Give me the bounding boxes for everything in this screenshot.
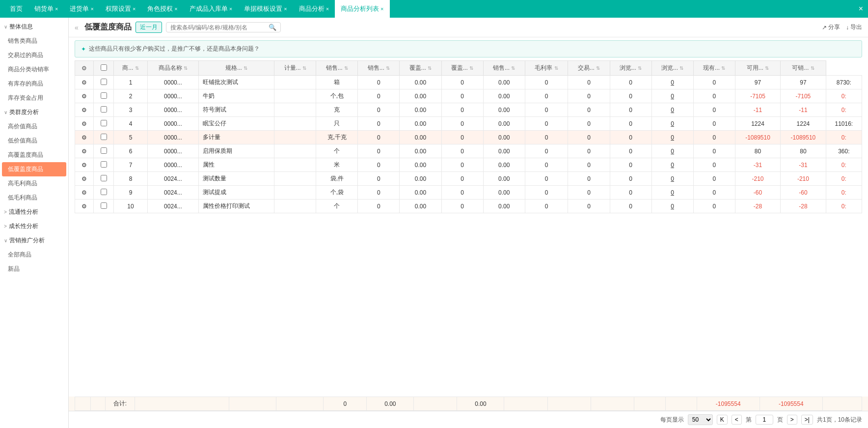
row-settings[interactable]: ⚙ xyxy=(75,76,94,89)
row-view1[interactable]: 0 xyxy=(651,103,693,117)
row-settings[interactable]: ⚙ xyxy=(75,200,94,213)
col-cover2: 覆盖... ⇅ xyxy=(441,61,483,76)
row-cover2: 0.00 xyxy=(483,76,525,89)
row-checkbox[interactable] xyxy=(94,186,114,200)
nav-close-purchase-order[interactable]: × xyxy=(90,6,93,12)
nav-close-sales-order[interactable]: × xyxy=(55,6,58,12)
sidebar-item-in-stock[interactable]: 有库存的商品 xyxy=(0,77,68,91)
row-view1[interactable]: 0 xyxy=(651,144,693,158)
nav-permission[interactable]: 权限设置 × xyxy=(100,0,141,18)
sidebar-item-new-goods[interactable]: 新品 xyxy=(0,262,68,276)
nav-purchase-order[interactable]: 进货单 × xyxy=(64,0,99,18)
row-view1[interactable]: 0 xyxy=(651,117,693,131)
row-view2: 0 xyxy=(693,172,735,186)
row-settings[interactable]: ⚙ xyxy=(75,103,94,117)
prev-page-btn[interactable]: < xyxy=(732,415,742,425)
sidebar-item-sales-goods[interactable]: 销售类商品 xyxy=(0,34,68,48)
row-checkbox[interactable] xyxy=(94,144,114,158)
row-trade: 0 xyxy=(610,144,651,158)
row-settings[interactable]: ⚙ xyxy=(75,89,94,103)
sidebar-item-high-coverage[interactable]: 高覆盖度商品 xyxy=(0,148,68,162)
nav-close-template-settings[interactable]: × xyxy=(284,6,287,12)
sidebar-group-flow[interactable]: > 流通性分析 xyxy=(0,205,68,219)
nav-close-product-stock[interactable]: × xyxy=(229,6,232,12)
nav-close-permission[interactable]: × xyxy=(133,6,136,12)
sidebar-item-low-value[interactable]: 低价值商品 xyxy=(0,134,68,148)
sidebar-group-cluster[interactable]: ∨ 类群度分析 xyxy=(0,105,68,119)
row-settings[interactable]: ⚙ xyxy=(75,172,94,186)
row-unit: 个 xyxy=(316,200,358,213)
collapse-sidebar-btn[interactable]: « xyxy=(75,24,79,31)
col-name: 商品名称 ⇅ xyxy=(147,61,198,76)
nav-close-goods-analysis[interactable]: × xyxy=(326,6,329,12)
first-page-btn[interactable]: K xyxy=(717,415,728,425)
row-view1[interactable]: 0 xyxy=(651,76,693,89)
sidebar-group-growth[interactable]: > 成长性分析 xyxy=(0,219,68,233)
sidebar-item-traded-goods[interactable]: 交易过的商品 xyxy=(0,48,68,62)
row-cover1: 0 xyxy=(441,117,483,131)
row-sales-sub: 0 xyxy=(525,200,568,213)
row-name: 符号测试 xyxy=(199,103,274,117)
sidebar-group-overview[interactable]: ∨ 整体信息 xyxy=(0,20,68,34)
sidebar-item-stock-capital[interactable]: 库存资金占用 xyxy=(0,91,68,105)
nav-goods-analysis[interactable]: 商品分析 × xyxy=(293,0,335,18)
share-btn[interactable]: ↗ 分享 xyxy=(822,23,840,31)
row-view1[interactable]: 0 xyxy=(651,131,693,144)
sidebar-item-all-goods[interactable]: 全部商品 xyxy=(0,248,68,262)
col-settings[interactable]: ⚙ xyxy=(75,61,94,76)
row-checkbox[interactable] xyxy=(94,200,114,213)
sidebar-item-high-margin[interactable]: 高毛利商品 xyxy=(0,176,68,191)
row-view1[interactable]: 0 xyxy=(651,186,693,200)
nav-product-stock[interactable]: 产成品入库单 × xyxy=(184,0,238,18)
row-settings[interactable]: ⚙ xyxy=(75,131,94,144)
date-filter-btn[interactable]: 近一月 xyxy=(136,22,162,33)
row-view1[interactable]: 0 xyxy=(651,172,693,186)
page-number-input[interactable] xyxy=(756,415,773,425)
sidebar-item-low-coverage[interactable]: 低覆盖度商品 xyxy=(2,162,66,176)
page-size-select[interactable]: 50 100 200 xyxy=(688,414,713,425)
row-checkbox[interactable] xyxy=(94,117,114,131)
nav-role-auth[interactable]: 角色授权 × xyxy=(141,0,183,18)
col-checkbox[interactable] xyxy=(94,61,114,76)
row-trade: 0 xyxy=(610,131,651,144)
select-all-checkbox[interactable] xyxy=(101,64,107,71)
next-page-btn[interactable]: > xyxy=(787,415,797,425)
table-row: ⚙ 3 0000... 符号测试 克 0 0.00 0 0.00 0 0 0 0… xyxy=(75,103,862,117)
sidebar-item-high-value[interactable]: 高价值商品 xyxy=(0,119,68,134)
search-icon[interactable]: 🔍 xyxy=(269,24,276,31)
export-icon: ↓ xyxy=(846,24,849,31)
search-input[interactable] xyxy=(170,24,269,31)
sidebar-item-category-rate[interactable]: 商品分类动销率 xyxy=(0,62,68,77)
row-view1[interactable]: 0 xyxy=(651,200,693,213)
row-salable: 8730: xyxy=(826,76,862,89)
sidebar-item-low-margin[interactable]: 低毛利商品 xyxy=(0,191,68,205)
row-checkbox[interactable] xyxy=(94,89,114,103)
window-close-btn[interactable]: × xyxy=(859,4,863,13)
row-code: 0000... xyxy=(147,144,198,158)
nav-close-role-auth[interactable]: × xyxy=(174,6,177,12)
nav-template-settings[interactable]: 单据模板设置 × xyxy=(238,0,293,18)
export-btn[interactable]: ↓ 导出 xyxy=(846,23,862,31)
last-page-btn[interactable]: >| xyxy=(801,415,813,425)
nav-close-goods-analysis-list[interactable]: × xyxy=(380,6,383,12)
row-trade: 0 xyxy=(610,103,651,117)
nav-sales-order[interactable]: 销货单 × xyxy=(28,0,64,18)
row-code: 0024... xyxy=(147,186,198,200)
row-view1[interactable]: 0 xyxy=(651,158,693,172)
row-trade: 0 xyxy=(610,200,651,213)
row-settings[interactable]: ⚙ xyxy=(75,144,94,158)
row-view1[interactable]: 0 xyxy=(651,89,693,103)
row-settings[interactable]: ⚙ xyxy=(75,158,94,172)
row-checkbox[interactable] xyxy=(94,76,114,89)
row-spec xyxy=(274,89,316,103)
row-settings[interactable]: ⚙ xyxy=(75,117,94,131)
sidebar-group-marketing[interactable]: ∨ 营销推广分析 xyxy=(0,233,68,248)
row-unit: 袋,件 xyxy=(316,172,358,186)
row-checkbox[interactable] xyxy=(94,103,114,117)
row-settings[interactable]: ⚙ xyxy=(75,186,94,200)
nav-home[interactable]: 首页 xyxy=(4,0,28,18)
nav-goods-analysis-list[interactable]: 商品分析列表 × xyxy=(335,0,389,18)
row-checkbox[interactable] xyxy=(94,131,114,144)
row-checkbox[interactable] xyxy=(94,158,114,172)
row-checkbox[interactable] xyxy=(94,172,114,186)
